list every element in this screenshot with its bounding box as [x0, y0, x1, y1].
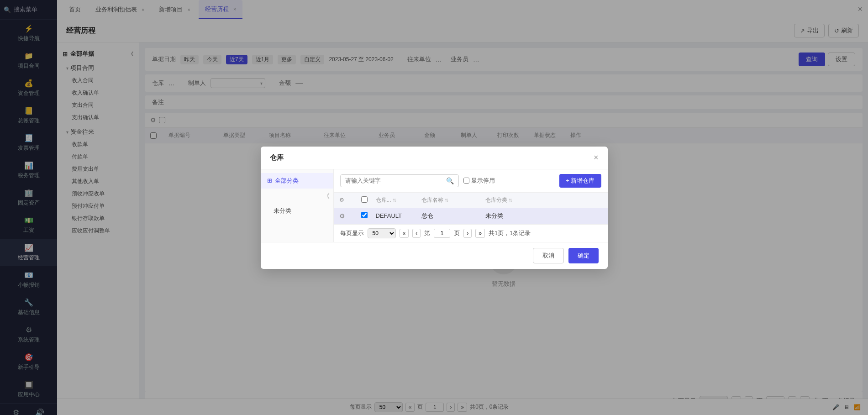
- modal-right: 🔍 显示停用 + 新增仓库 ⚙ 仓库... ⇅: [334, 169, 608, 242]
- mth-code-label: 仓库...: [376, 197, 391, 203]
- mth-name-label: 仓库名称: [421, 197, 443, 203]
- add-warehouse-label: + 新增仓库: [566, 177, 594, 185]
- cancel-button[interactable]: 取消: [533, 248, 564, 263]
- row1-gear: ⚙: [339, 212, 361, 220]
- modal-table-header: ⚙ 仓库... ⇅ 仓库名称 ⇅ 仓库分类 ⇅: [334, 193, 608, 208]
- mth-code: 仓库... ⇅: [376, 196, 421, 204]
- modal-page-size-label: 每页显示: [340, 229, 364, 237]
- modal-toolbar: 🔍 显示停用 + 新增仓库: [334, 169, 608, 193]
- confirm-button[interactable]: 确定: [568, 248, 599, 263]
- mth-gear: ⚙: [339, 197, 361, 203]
- modal-pagination: 每页显示 50 « ‹ 第 页 › » 共1页，1条记录: [334, 224, 608, 242]
- modal-footer: 取消 确定: [261, 242, 608, 269]
- modal-page-suffix: 页: [454, 229, 460, 237]
- modal-last-btn[interactable]: »: [475, 229, 485, 238]
- warehouse-modal: 仓库 × ⊞ 全部分类 《 未分类: [261, 147, 608, 269]
- sort-code-icon[interactable]: ⇅: [393, 198, 396, 203]
- add-warehouse-button[interactable]: + 新增仓库: [559, 174, 601, 188]
- modal-search-wrap: 🔍: [340, 174, 459, 187]
- row1-category: 未分类: [485, 212, 549, 220]
- collapse-icon: 《: [323, 192, 330, 200]
- modal-title: 仓库: [270, 153, 284, 162]
- modal-category-unclassified[interactable]: 未分类: [261, 204, 333, 218]
- mth-checkbox: [361, 196, 376, 204]
- modal-page-size-select[interactable]: 50: [368, 228, 396, 238]
- modal-left-collapse[interactable]: 《: [261, 189, 333, 204]
- show-disabled-label[interactable]: 显示停用: [463, 177, 495, 185]
- modal-header-checkbox[interactable]: [361, 196, 368, 203]
- modal-first-btn[interactable]: «: [400, 229, 409, 238]
- mth-category-label: 仓库分类: [485, 197, 507, 203]
- mth-category: 仓库分类 ⇅: [485, 196, 549, 204]
- grid-icon2: ⊞: [267, 177, 272, 184]
- modal-category-unclassified-label: 未分类: [274, 207, 291, 214]
- row1-checkbox-input[interactable]: [361, 212, 368, 218]
- modal-category-all-label: 全部分类: [275, 177, 299, 185]
- show-disabled-checkbox[interactable]: [463, 178, 469, 184]
- modal-page-input[interactable]: [434, 229, 450, 238]
- modal-categories: ⊞ 全部分类 《 未分类: [261, 169, 334, 242]
- row1-checkbox: [361, 212, 376, 220]
- modal-search-input[interactable]: [341, 175, 442, 186]
- modal-page-label: 第: [424, 229, 430, 237]
- sort-name-icon[interactable]: ⇅: [445, 198, 448, 203]
- mth-name: 仓库名称 ⇅: [421, 196, 485, 204]
- row1-code: DEFAULT: [376, 212, 421, 219]
- sort-cat-icon[interactable]: ⇅: [509, 198, 512, 203]
- row1-name: 总仓: [421, 212, 485, 220]
- modal-body: ⊞ 全部分类 《 未分类 🔍: [261, 169, 608, 242]
- show-disabled-text: 显示停用: [471, 177, 495, 185]
- modal-overlay: 仓库 × ⊞ 全部分类 《 未分类: [0, 0, 868, 415]
- modal-close-button[interactable]: ×: [594, 153, 599, 163]
- modal-category-all[interactable]: ⊞ 全部分类: [261, 173, 333, 189]
- modal-next-btn[interactable]: ›: [463, 229, 472, 238]
- warehouse-row-1[interactable]: ⚙ DEFAULT 总仓 未分类: [334, 208, 608, 224]
- modal-header: 仓库 ×: [261, 147, 608, 169]
- gear-header-icon[interactable]: ⚙: [339, 197, 344, 203]
- row1-gear-icon[interactable]: ⚙: [339, 212, 345, 220]
- modal-total-text: 共1页，1条记录: [489, 229, 531, 237]
- modal-prev-btn[interactable]: ‹: [412, 229, 421, 238]
- modal-search-button[interactable]: 🔍: [442, 175, 458, 187]
- modal-table: ⚙ 仓库... ⇅ 仓库名称 ⇅ 仓库分类 ⇅ ⚙ DEFAULT 总仓 未分类: [334, 193, 608, 224]
